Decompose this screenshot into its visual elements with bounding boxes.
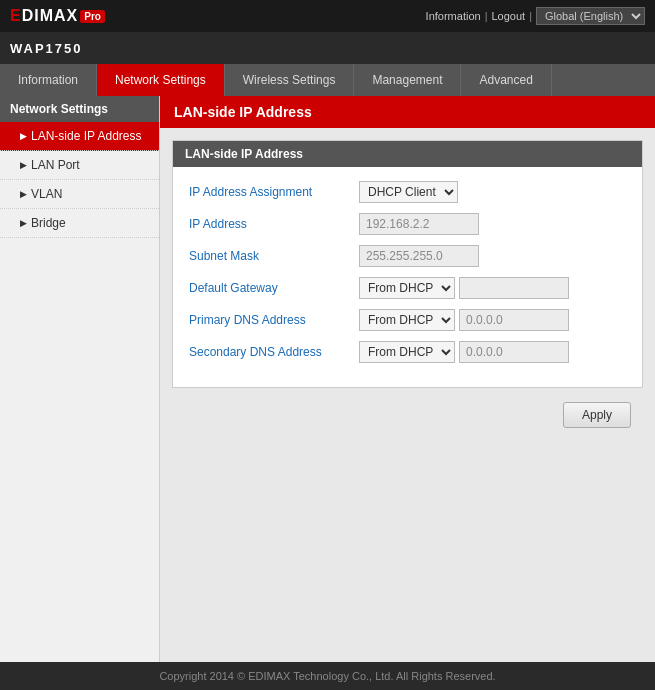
apply-row: Apply: [172, 388, 643, 442]
logo-pro: Pro: [80, 10, 105, 23]
control-default-gateway: From DHCP Manual: [359, 277, 569, 299]
logo-area: EDIMAX Pro: [10, 7, 105, 25]
control-ip-address: [359, 213, 479, 235]
input-default-gateway[interactable]: [459, 277, 569, 299]
sidebar-title: Network Settings: [0, 96, 159, 122]
arrow-icon-2: ▶: [20, 160, 27, 170]
device-model: WAP1750: [10, 41, 83, 56]
label-secondary-dns: Secondary DNS Address: [189, 345, 359, 359]
logo-e-icon: E: [10, 7, 22, 24]
sidebar-item-vlan[interactable]: ▶ VLAN: [0, 180, 159, 209]
nav-item-network-settings[interactable]: Network Settings: [97, 64, 225, 96]
label-ip-address: IP Address: [189, 217, 359, 231]
header-nav: Information | Logout | Global (English): [426, 7, 645, 25]
nav-item-wireless-settings[interactable]: Wireless Settings: [225, 64, 355, 96]
control-primary-dns: From DHCP Manual: [359, 309, 569, 331]
select-secondary-dns[interactable]: From DHCP Manual: [359, 341, 455, 363]
footer-text: Copyright 2014 © EDIMAX Technology Co., …: [159, 670, 495, 682]
control-ip-assignment: DHCP Client Static IP: [359, 181, 458, 203]
label-ip-assignment: IP Address Assignment: [189, 185, 359, 199]
home-link[interactable]: Information: [426, 10, 481, 22]
row-subnet-mask: Subnet Mask: [189, 245, 626, 267]
control-secondary-dns: From DHCP Manual: [359, 341, 569, 363]
apply-button[interactable]: Apply: [563, 402, 631, 428]
sidebar: Network Settings ▶ LAN-side IP Address ▶…: [0, 96, 160, 662]
row-ip-assignment: IP Address Assignment DHCP Client Static…: [189, 181, 626, 203]
arrow-icon-3: ▶: [20, 189, 27, 199]
select-primary-dns[interactable]: From DHCP Manual: [359, 309, 455, 331]
language-select[interactable]: Global (English): [536, 7, 645, 25]
content: LAN-side IP Address LAN-side IP Address …: [160, 96, 655, 662]
input-secondary-dns[interactable]: [459, 341, 569, 363]
sidebar-item-lan-port-label: LAN Port: [31, 158, 80, 172]
label-default-gateway: Default Gateway: [189, 281, 359, 295]
main-layout: Network Settings ▶ LAN-side IP Address ▶…: [0, 96, 655, 662]
header: EDIMAX Pro Information | Logout | Global…: [0, 0, 655, 32]
content-body: LAN-side IP Address IP Address Assignmen…: [160, 128, 655, 454]
input-primary-dns[interactable]: [459, 309, 569, 331]
section-title: LAN-side IP Address: [173, 141, 642, 167]
row-primary-dns: Primary DNS Address From DHCP Manual: [189, 309, 626, 331]
content-header: LAN-side IP Address: [160, 96, 655, 128]
select-default-gateway[interactable]: From DHCP Manual: [359, 277, 455, 299]
nav-item-advanced[interactable]: Advanced: [461, 64, 551, 96]
sidebar-item-bridge[interactable]: ▶ Bridge: [0, 209, 159, 238]
arrow-icon: ▶: [20, 131, 27, 141]
row-ip-address: IP Address: [189, 213, 626, 235]
sidebar-item-lan-ip-label: LAN-side IP Address: [31, 129, 142, 143]
arrow-icon-4: ▶: [20, 218, 27, 228]
logo-edimax: EDIMAX: [10, 7, 78, 25]
nav-item-information[interactable]: Information: [0, 64, 97, 96]
control-subnet-mask: [359, 245, 479, 267]
label-primary-dns: Primary DNS Address: [189, 313, 359, 327]
divider-1: |: [485, 10, 488, 22]
nav-item-management[interactable]: Management: [354, 64, 461, 96]
input-ip-address[interactable]: [359, 213, 479, 235]
section-box: LAN-side IP Address IP Address Assignmen…: [172, 140, 643, 388]
device-bar: WAP1750: [0, 32, 655, 64]
divider-2: |: [529, 10, 532, 22]
section-content: IP Address Assignment DHCP Client Static…: [173, 167, 642, 387]
sidebar-item-vlan-label: VLAN: [31, 187, 62, 201]
sidebar-item-bridge-label: Bridge: [31, 216, 66, 230]
row-default-gateway: Default Gateway From DHCP Manual: [189, 277, 626, 299]
sidebar-item-lan-ip[interactable]: ▶ LAN-side IP Address: [0, 122, 159, 151]
row-secondary-dns: Secondary DNS Address From DHCP Manual: [189, 341, 626, 363]
sidebar-item-lan-port[interactable]: ▶ LAN Port: [0, 151, 159, 180]
nav-bar: Information Network Settings Wireless Se…: [0, 64, 655, 96]
footer: Copyright 2014 © EDIMAX Technology Co., …: [0, 662, 655, 690]
logout-link[interactable]: Logout: [491, 10, 525, 22]
input-subnet-mask[interactable]: [359, 245, 479, 267]
label-subnet-mask: Subnet Mask: [189, 249, 359, 263]
select-ip-assignment[interactable]: DHCP Client Static IP: [359, 181, 458, 203]
